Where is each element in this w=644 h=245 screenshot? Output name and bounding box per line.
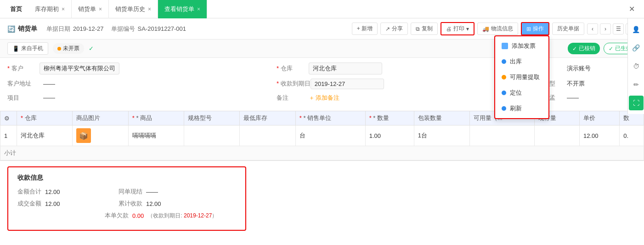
status-badge-ticket: 未开票 [53, 43, 84, 54]
print-dropdown-container: 🖨 打印 ▾ [441, 22, 475, 35]
list-view-button[interactable]: ☰ [613, 23, 624, 34]
new-button[interactable]: + 新增 [352, 23, 378, 35]
table-header-spec: 规格型号 [184, 111, 240, 125]
table-header-image: 商品图片 [73, 111, 128, 125]
row-min-stock [240, 125, 295, 146]
effect-check-icon: ✓ [609, 46, 613, 52]
print-button[interactable]: 🖨 打印 ▾ [441, 22, 475, 35]
logistics-icon: 🚚 [482, 26, 489, 32]
date-label: 单据日期 [46, 25, 70, 33]
number-field: 单据编号 SA-20191227-001 [111, 25, 186, 33]
customer-group: 客户 柳州粤港平安气体有限公司 [7, 63, 258, 74]
address-value: —— [40, 79, 113, 89]
table-header-unit: * 销售单位 [295, 111, 365, 125]
global-close-button[interactable]: ✕ [623, 5, 640, 13]
same-order-value: —— [146, 188, 158, 195]
transaction-amount-value: 12.00 [45, 200, 60, 207]
total-amount-value: 12.00 [45, 188, 60, 195]
due-amount-label: 本单欠款 [105, 211, 129, 220]
next-record-button[interactable]: › [600, 23, 611, 34]
tab-close-view[interactable]: × [197, 6, 200, 12]
tab-inventory-init[interactable]: 库存期初 × [28, 0, 72, 18]
add-note-button[interactable]: ＋ 添加备注 [309, 94, 339, 102]
operations-dropdown-container: ⊞ 操作 添加发票 出库 可用量提取 [521, 22, 549, 35]
table-header-price: 单价 [580, 111, 620, 125]
tab-view-sales[interactable]: 查看销货单 × [158, 0, 207, 18]
share-button[interactable]: ↗ 分享 [380, 23, 408, 35]
sales-order-icon: 🔄 [7, 25, 15, 33]
row-product: 嗝嗝嗝嗝 [128, 125, 184, 146]
project-label: 项目 [7, 94, 40, 102]
sidebar-clock-icon[interactable]: ⏱ [629, 59, 644, 74]
tab-close-history[interactable]: × [148, 6, 151, 12]
row-image: 📦 [73, 125, 128, 146]
operations-button[interactable]: ⊞ 操作 [521, 22, 549, 35]
row-spec [184, 125, 240, 146]
from-phone-button[interactable]: 📱 来自手机 [7, 42, 48, 55]
table-header-qty: * 数量 [365, 111, 414, 125]
project-group: 项目 —— [7, 93, 258, 103]
note-group: 备注 ＋ 添加备注 [277, 94, 527, 102]
ticket-status-dot [57, 47, 61, 51]
locate-icon [502, 91, 506, 95]
table-header-product: * 商品 [128, 111, 184, 125]
print-chevron-icon: ▾ [466, 26, 469, 32]
warehouse-label: 仓库 [277, 64, 309, 73]
tab-sales-history[interactable]: 销货单历史 × [109, 0, 158, 18]
total-amount-item: 金额合计 12.00 [17, 188, 100, 196]
payment-row-2: 成交金额 12.00 累计收款 12.00 [17, 199, 236, 208]
due-date-value[interactable]: 2019-12-27 [311, 79, 384, 89]
staff2-value: —— [563, 93, 637, 103]
warehouse-value[interactable]: 河北仓库 [309, 63, 382, 74]
customer-value[interactable]: 柳州粤港平安气体有限公司 [40, 63, 119, 74]
right-status-area: ✓ 已核销 ✓ 已生效 [568, 43, 637, 54]
prev-record-button[interactable]: ‹ [587, 23, 598, 34]
due-date-label: 收款到期日 [277, 80, 311, 88]
sidebar-person-icon[interactable]: 👤 [629, 22, 644, 37]
copy-button[interactable]: ⧉ 复制 [411, 23, 438, 35]
same-order-item: 同单现结 —— [119, 188, 201, 196]
menu-locate[interactable]: 定位 [495, 85, 548, 101]
project-value: —— [40, 93, 113, 103]
sidebar-expand-icon[interactable]: ⛶ [629, 96, 644, 110]
row-warehouse: 河北仓库 [17, 125, 73, 146]
tab-close-sales[interactable]: × [99, 6, 102, 12]
tab-home[interactable]: 首页 [4, 0, 28, 18]
table-header-warehouse: 仓库 [17, 111, 73, 125]
operations-icon: ⊞ [526, 26, 531, 32]
transaction-amount-item: 成交金额 12.00 [17, 199, 100, 208]
table-header-settings[interactable]: ⚙ [0, 111, 17, 125]
phone-icon: 📱 [12, 46, 19, 52]
add-invoice-icon [502, 43, 508, 49]
cumulative-value: 12.00 [146, 200, 161, 207]
main-content: 🔄 销货单 单据日期 2019-12-27 单据编号 SA-20191227-0… [0, 18, 644, 245]
due-date-note: 2019-12-27 [184, 212, 212, 219]
note-label: 备注 [277, 94, 309, 102]
menu-available-qty[interactable]: 可用量提取 [495, 69, 548, 85]
tab-sales-order[interactable]: 销货单 × [72, 0, 109, 18]
sidebar-edit-icon[interactable]: ✏ [629, 77, 644, 92]
history-button[interactable]: 历史单据 [552, 23, 584, 35]
row-stock [534, 125, 579, 146]
due-amount-item: 本单欠款 0.00 （收款到期日: 2019-12-27） [105, 211, 217, 220]
staff-value: 演示账号 [563, 63, 637, 74]
number-value: SA-20191227-001 [138, 25, 186, 32]
row-amount: 0. [620, 125, 644, 146]
payment-info: 收款信息 金额合计 12.00 同单现结 —— 成交金额 12.00 累计收款 [7, 166, 246, 231]
bottom-panel: 收款信息 金额合计 12.00 同单现结 —— 成交金额 12.00 累计收款 [0, 160, 644, 236]
address-label: 客户地址 [7, 80, 40, 88]
due-amount-value: 0.00 [132, 212, 144, 219]
menu-add-invoice[interactable]: 添加发票 [495, 38, 548, 54]
right-sidebar: 👤 🔗 ⏱ ✏ ⛶ [627, 18, 644, 114]
menu-outbound[interactable]: 出库 [495, 54, 548, 69]
row-index: 1 [0, 125, 17, 146]
logistics-button[interactable]: 🚚 物流信息 [477, 23, 518, 35]
customer-label: 客户 [7, 64, 40, 73]
same-order-label: 同单现结 [119, 188, 142, 196]
menu-refresh[interactable]: 刷新 [495, 101, 548, 116]
tab-close-inventory[interactable]: × [62, 6, 65, 12]
row-available [470, 125, 534, 146]
payment-title: 收款信息 [17, 174, 236, 182]
sidebar-link-icon[interactable]: 🔗 [629, 40, 644, 55]
due-note: （收款到期日: 2019-12-27） [147, 212, 217, 220]
